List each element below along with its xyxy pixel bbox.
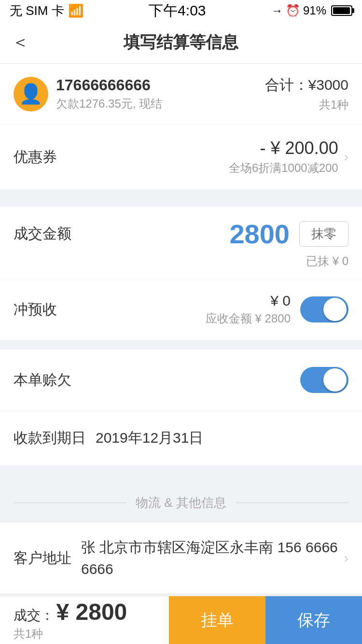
due-date-label: 收款到期日	[14, 428, 86, 448]
divider-2	[0, 340, 362, 350]
logistics-text: 物流 & 其他信息	[126, 494, 236, 511]
user-icon: 👤	[19, 83, 43, 105]
transaction-value: 2800	[229, 218, 290, 250]
status-time: 下午4:03	[149, 1, 206, 21]
round-button[interactable]: 抹零	[299, 221, 348, 247]
transaction-section: 成交金额 2800 抹零 已抹 ¥ 0	[0, 207, 362, 279]
user-total: 合计：¥3000	[265, 75, 348, 95]
status-left: 无 SIM 卡 📶	[10, 2, 84, 19]
bottom-amount-label: 成交：	[14, 608, 54, 623]
user-count: 共1种	[265, 97, 348, 112]
pre-receive-value: ¥ 0 应收金额 ¥ 2800	[206, 293, 291, 326]
address-row[interactable]: 客户地址 张 北京市市辖区海淀区永丰南 156 6666 6666 ›	[0, 523, 362, 593]
pre-sub: 应收金额 ¥ 2800	[206, 311, 291, 326]
avatar: 👤	[14, 77, 48, 112]
user-phone: 17666666666	[56, 76, 162, 94]
address-content: 张 北京市市辖区海淀区永丰南 156 6666 6666	[81, 536, 344, 580]
user-row: 👤 17666666666 欠款1276.35元, 现结 合计：¥3000 共1…	[0, 64, 362, 124]
location-icon: →	[271, 4, 283, 17]
arrears-toggle-circle	[323, 368, 347, 392]
due-date-row: 收款到期日 2019年12月31日	[0, 410, 362, 465]
bottom-amount-row: 成交： ¥ 2800	[14, 599, 155, 625]
address-chevron-icon: ›	[344, 550, 348, 566]
save-button[interactable]: 保存	[265, 596, 362, 644]
toggle-circle	[323, 298, 347, 321]
pre-receive-toggle[interactable]	[300, 296, 348, 322]
wifi-icon: 📶	[68, 3, 84, 18]
sim-label: 无 SIM 卡	[10, 2, 64, 19]
logistics-section: 物流 & 其他信息	[0, 483, 362, 523]
bottom-amount: ¥ 2800	[56, 599, 127, 625]
divider-3	[0, 473, 362, 483]
bottom-btn-group: 挂单 保存	[169, 596, 362, 644]
user-card: 👤 17666666666 欠款1276.35元, 现结 合计：¥3000 共1…	[0, 64, 362, 189]
battery-icon	[331, 5, 352, 16]
coupon-label: 优惠券	[14, 147, 57, 167]
pre-amount: ¥ 0	[206, 293, 291, 309]
pre-receive-right: ¥ 0 应收金额 ¥ 2800	[206, 293, 348, 326]
pending-button[interactable]: 挂单	[169, 596, 265, 644]
arrears-card: 本单赊欠 收款到期日 2019年12月31日	[0, 350, 362, 465]
user-left: 👤 17666666666 欠款1276.35元, 现结	[14, 76, 162, 112]
back-button[interactable]: ＜	[12, 30, 29, 54]
bottom-info: 成交： ¥ 2800 共1种	[0, 596, 169, 644]
coupon-right: - ¥ 200.00 全场6折满1000减200 ›	[229, 138, 348, 176]
arrears-row: 本单赊欠	[0, 350, 362, 410]
alarm-icon: ⏰	[286, 4, 300, 17]
user-right: 合计：¥3000 共1种	[265, 75, 348, 112]
arrears-toggle[interactable]	[300, 367, 348, 393]
logistics-line-right	[236, 503, 348, 503]
coupon-amount: - ¥ 200.00	[229, 138, 338, 158]
content-area: 👤 17666666666 欠款1276.35元, 现结 合计：¥3000 共1…	[0, 64, 362, 644]
user-debt: 欠款1276.35元, 现结	[56, 96, 162, 112]
battery-percent: 91%	[303, 4, 326, 17]
status-right: → ⏰ 91%	[271, 4, 352, 17]
transaction-sub: 已抹 ¥ 0	[0, 253, 362, 279]
transaction-label: 成交金额	[14, 224, 71, 244]
nav-bar: ＜ 填写结算等信息	[0, 21, 362, 64]
user-info: 17666666666 欠款1276.35元, 现结	[56, 76, 162, 112]
coupon-info: - ¥ 200.00 全场6折满1000减200	[229, 138, 338, 176]
divider-1	[0, 197, 362, 207]
pre-receive-row: 冲预收 ¥ 0 应收金额 ¥ 2800	[0, 279, 362, 340]
arrears-label: 本单赊欠	[14, 370, 71, 390]
due-date-value: 2019年12月31日	[96, 428, 203, 448]
pre-receive-label: 冲预收	[14, 300, 57, 320]
coupon-chevron-icon: ›	[344, 149, 348, 165]
coupon-row[interactable]: 优惠券 - ¥ 200.00 全场6折满1000减200 ›	[0, 124, 362, 189]
page-title: 填写结算等信息	[124, 31, 238, 54]
bottom-bar: 成交： ¥ 2800 共1种 挂单 保存	[0, 596, 362, 644]
logistics-line-left	[14, 503, 126, 503]
transaction-row: 成交金额 2800 抹零	[0, 207, 362, 253]
coupon-desc: 全场6折满1000减200	[229, 160, 338, 176]
bottom-count: 共1种	[14, 626, 155, 642]
transaction-right: 2800 抹零	[229, 218, 348, 250]
status-bar: 无 SIM 卡 📶 下午4:03 → ⏰ 91%	[0, 0, 362, 21]
address-label: 客户地址	[14, 548, 71, 568]
